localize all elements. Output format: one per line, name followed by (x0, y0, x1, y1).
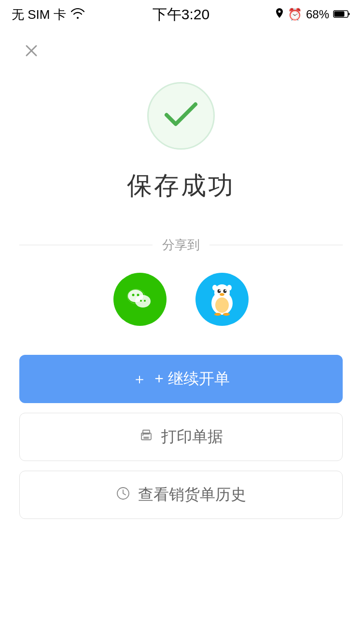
status-time: 下午3:20 (153, 5, 209, 25)
svg-point-22 (212, 285, 217, 291)
svg-rect-1 (334, 12, 345, 17)
svg-point-29 (142, 434, 144, 435)
svg-point-10 (140, 300, 142, 302)
history-label: 查看销货单历史 (138, 484, 246, 505)
svg-point-11 (144, 300, 146, 302)
svg-point-14 (218, 289, 221, 293)
svg-point-9 (135, 295, 151, 308)
print-icon (139, 428, 153, 446)
svg-point-8 (137, 294, 139, 296)
alarm-icon: ⏰ (288, 8, 302, 21)
svg-point-21 (223, 313, 230, 316)
history-button[interactable]: 查看销货单历史 (19, 471, 343, 519)
svg-point-7 (132, 294, 135, 296)
close-area (0, 29, 362, 68)
status-bar: 无 SIM 卡 下午3:20 ⏰ 68% (0, 0, 362, 29)
divider-line-left (19, 245, 153, 245)
svg-point-15 (223, 289, 227, 293)
share-label: 分享到 (162, 237, 200, 253)
share-divider: 分享到 (19, 237, 343, 253)
svg-point-18 (220, 293, 224, 296)
svg-point-16 (219, 290, 221, 291)
continue-label: + 继续开单 (154, 368, 230, 390)
wifi-icon (71, 7, 84, 22)
svg-point-19 (215, 297, 229, 313)
share-icons (19, 273, 343, 326)
share-section: 分享到 (0, 237, 362, 355)
success-title: 保存成功 (127, 169, 235, 203)
status-right: ⏰ 68% (275, 8, 350, 21)
check-icon (164, 98, 198, 133)
print-button[interactable]: 打印单据 (19, 413, 343, 461)
location-icon (275, 8, 284, 21)
divider-line-right (209, 245, 343, 245)
success-section: 保存成功 (0, 68, 362, 237)
close-button[interactable] (19, 39, 43, 63)
wechat-share-button[interactable] (113, 273, 167, 326)
action-buttons: ＋ + 继续开单 打印单据 查看销货单历史 (0, 355, 362, 519)
print-label: 打印单据 (161, 426, 223, 448)
status-left: 无 SIM 卡 (12, 6, 84, 23)
svg-point-20 (214, 313, 221, 316)
svg-point-23 (227, 285, 232, 291)
success-circle (147, 82, 215, 150)
svg-point-17 (225, 290, 226, 291)
battery-icon (333, 8, 350, 21)
continue-icon: ＋ (132, 369, 147, 389)
qq-share-button[interactable] (195, 273, 249, 326)
no-sim-label: 无 SIM 卡 (12, 6, 66, 23)
history-icon (116, 486, 130, 504)
continue-button[interactable]: ＋ + 继续开单 (19, 355, 343, 403)
battery-percentage: 68% (306, 8, 329, 21)
